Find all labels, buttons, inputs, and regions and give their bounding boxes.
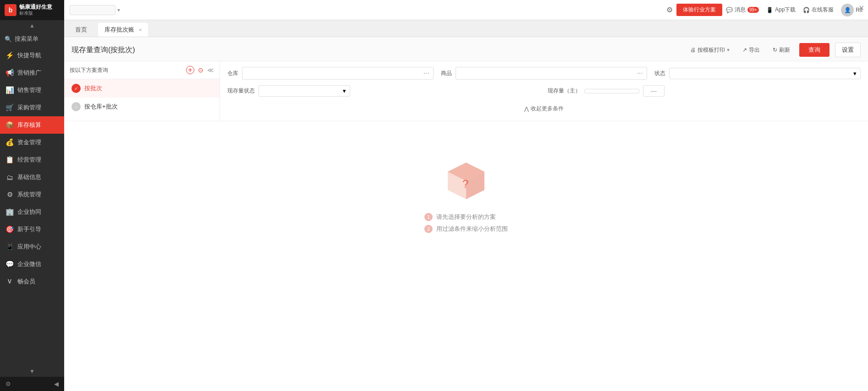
collapse-filters-button[interactable]: ⋀ 收起更多条件 bbox=[227, 102, 861, 115]
sidebar-scroll-down[interactable]: ▼ bbox=[0, 366, 64, 377]
sidebar-item-enterprise[interactable]: 🏢 企业协同 bbox=[0, 203, 64, 221]
operations-icon: 📋 bbox=[5, 156, 14, 164]
headset-icon: 🎧 bbox=[803, 7, 810, 13]
query-button[interactable]: 查询 bbox=[799, 43, 830, 57]
sidebar-item-label: 经营管理 bbox=[17, 156, 41, 164]
tip-1-number: 1 bbox=[424, 213, 433, 221]
tip-1-text: 请先选择要分析的方案 bbox=[436, 213, 496, 221]
export-icon: ↗ bbox=[742, 47, 747, 53]
filter-row-1: 仓库 ··· 商品 ··· 状态 bbox=[227, 67, 861, 80]
collapse-left-icon[interactable]: ≪ bbox=[207, 66, 214, 74]
sidebar-search-menu[interactable]: 🔍 搜索菜单 bbox=[0, 31, 64, 47]
sidebar-item-label: 企业微信 bbox=[17, 260, 41, 268]
add-scheme-icon[interactable]: + bbox=[186, 66, 194, 74]
sidebar-item-newcomer[interactable]: 🎯 新手引导 bbox=[0, 221, 64, 238]
settings-button[interactable]: 设置 bbox=[835, 43, 861, 57]
enterprise-icon: 🏢 bbox=[5, 208, 14, 216]
sidebar-item-basics[interactable]: 🗂 基础信息 bbox=[0, 168, 64, 186]
quick-nav-icon: ⚡ bbox=[5, 51, 14, 60]
sidebar-scroll-up[interactable]: ▲ bbox=[0, 20, 64, 31]
sidebar-footer: ⚙ ◀ bbox=[0, 377, 64, 391]
sidebar-item-operations[interactable]: 📋 经营管理 bbox=[0, 151, 64, 168]
basics-icon: 🗂 bbox=[5, 173, 14, 181]
empty-illustration: ? bbox=[439, 158, 494, 204]
collapse-sidebar-icon[interactable]: ◀ bbox=[54, 380, 59, 387]
warehouse-dots-icon[interactable]: ··· bbox=[423, 69, 429, 77]
warehouse-input[interactable]: ··· bbox=[242, 67, 434, 80]
sidebar-item-sales[interactable]: 📊 销售管理 bbox=[0, 81, 64, 99]
topbar-center: ⚙ 体验行业方案 bbox=[666, 4, 722, 16]
stock-quantity-label: 现存量（主） bbox=[548, 87, 581, 95]
inventory-icon: 📦 bbox=[5, 121, 14, 129]
filter-right-panel: 仓库 ··· 商品 ··· 状态 bbox=[220, 61, 868, 121]
sidebar-item-member[interactable]: V 畅会员 bbox=[0, 273, 64, 290]
status-select[interactable]: ▾ bbox=[669, 68, 861, 79]
tab-inventory-batch[interactable]: 库存批次账 × bbox=[98, 23, 148, 37]
refresh-label: 刷新 bbox=[779, 46, 790, 54]
app-download-icon: 📱 bbox=[766, 7, 773, 13]
purchase-icon: 🛒 bbox=[5, 103, 14, 112]
stock-quantity-field: 现存量（主） — bbox=[548, 85, 861, 97]
sidebar-item-purchase[interactable]: 🛒 采购管理 bbox=[0, 99, 64, 116]
app-title: 畅康通好生意 bbox=[19, 4, 52, 10]
product-dots-icon[interactable]: ··· bbox=[637, 69, 643, 77]
app-download-item[interactable]: 📱 App下载 bbox=[766, 6, 796, 14]
finance-icon: 💰 bbox=[5, 138, 14, 147]
sidebar-item-app-center[interactable]: 📱 应用中心 bbox=[0, 238, 64, 255]
message-icon: 💬 bbox=[726, 7, 733, 13]
product-field: 商品 ··· bbox=[441, 67, 647, 80]
scheme-settings-icon[interactable]: ⊙ bbox=[198, 66, 203, 74]
online-service-item[interactable]: 🎧 在线客服 bbox=[803, 6, 834, 14]
settings-icon[interactable]: ⚙ bbox=[5, 380, 11, 387]
messages-item[interactable]: 💬 消息 99+ bbox=[726, 6, 759, 14]
print-button[interactable]: 🖨 按模板打印 ▾ bbox=[687, 44, 733, 56]
tip-2-number: 2 bbox=[424, 225, 433, 233]
search-menu-label: 搜索菜单 bbox=[15, 35, 38, 43]
print-label: 按模板打印 bbox=[698, 46, 725, 54]
sidebar-header: b 畅康通好生意 标准版 bbox=[0, 0, 64, 20]
tab-label: 库存批次账 bbox=[104, 26, 134, 34]
stock-status-select[interactable]: ▾ bbox=[258, 85, 350, 97]
status-dropdown-icon: ▾ bbox=[853, 70, 857, 77]
stock-status-label: 现存量状态 bbox=[227, 87, 255, 95]
stock-quantity-min[interactable] bbox=[584, 89, 639, 93]
sidebar-item-marketing[interactable]: 📢 营销推广 bbox=[0, 64, 64, 81]
empty-state: ? 1 请先选择要分析的方案 2 用过滤条件来缩小分析范围 bbox=[64, 121, 868, 270]
warehouse-label: 仓库 bbox=[227, 70, 238, 77]
app-subtitle: 标准版 bbox=[19, 10, 52, 16]
settings-gear-icon[interactable]: ⚙ bbox=[666, 5, 673, 14]
print-dropdown-icon[interactable]: ▾ bbox=[727, 47, 730, 53]
scheme-by-batch[interactable]: ✓ 按批次 bbox=[64, 79, 220, 98]
export-button[interactable]: ↗ 导出 bbox=[739, 44, 764, 56]
marketing-icon: 📢 bbox=[5, 69, 14, 77]
product-input[interactable]: ··· bbox=[456, 67, 647, 80]
tab-home[interactable]: 首页 bbox=[68, 23, 94, 37]
sidebar-item-wechat[interactable]: 💬 企业微信 bbox=[0, 255, 64, 273]
refresh-icon: ↻ bbox=[773, 47, 777, 53]
sidebar-item-finance[interactable]: 💰 资金管理 bbox=[0, 134, 64, 151]
sidebar-item-label: 系统管理 bbox=[17, 190, 41, 199]
close-panel-icon[interactable]: ✕ bbox=[858, 4, 864, 12]
sidebar-item-quick-nav[interactable]: ⚡ 快捷导航 bbox=[0, 47, 64, 64]
sidebar-item-system[interactable]: ⚙ 系统管理 bbox=[0, 186, 64, 203]
sidebar-item-label: 快捷导航 bbox=[17, 51, 41, 60]
trial-industry-button[interactable]: 体验行业方案 bbox=[676, 4, 722, 16]
content-actions: 🖨 按模板打印 ▾ ↗ 导出 ↻ 刷新 查询 设置 bbox=[687, 43, 861, 57]
warehouse-field: 仓库 ··· bbox=[227, 67, 434, 80]
sidebar-item-label: 应用中心 bbox=[17, 243, 41, 251]
topbar-dropdown-icon[interactable]: ▾ bbox=[117, 7, 120, 13]
filter-row-2: 现存量状态 ▾ 现存量（主） — bbox=[227, 85, 861, 97]
sidebar-item-label: 资金管理 bbox=[17, 138, 41, 147]
user-avatar-icon: 👤 bbox=[844, 7, 851, 13]
refresh-button[interactable]: ↻ 刷新 bbox=[769, 44, 794, 56]
sidebar-item-inventory[interactable]: 📦 库存核算 bbox=[0, 116, 64, 134]
sidebar-nav: ⚡ 快捷导航 📢 营销推广 📊 销售管理 🛒 采购管理 📦 库存核算 💰 资金管… bbox=[0, 47, 64, 366]
collapse-filters-label: 收起更多条件 bbox=[531, 105, 564, 113]
topbar: ▾ ⚙ 体验行业方案 💬 消息 99+ 📱 App下载 🎧 在线客服 👤 bbox=[64, 0, 868, 20]
topbar-search-input[interactable] bbox=[70, 5, 115, 15]
tab-close-icon[interactable]: × bbox=[139, 27, 142, 33]
filter-scheme-title: 按以下方案查询 bbox=[70, 66, 108, 74]
main-area: ▾ ⚙ 体验行业方案 💬 消息 99+ 📱 App下载 🎧 在线客服 👤 bbox=[64, 0, 868, 391]
collapse-up-icon: ⋀ bbox=[524, 106, 529, 112]
scheme-by-warehouse-batch[interactable]: ○ 按仓库+批次 bbox=[64, 98, 220, 116]
